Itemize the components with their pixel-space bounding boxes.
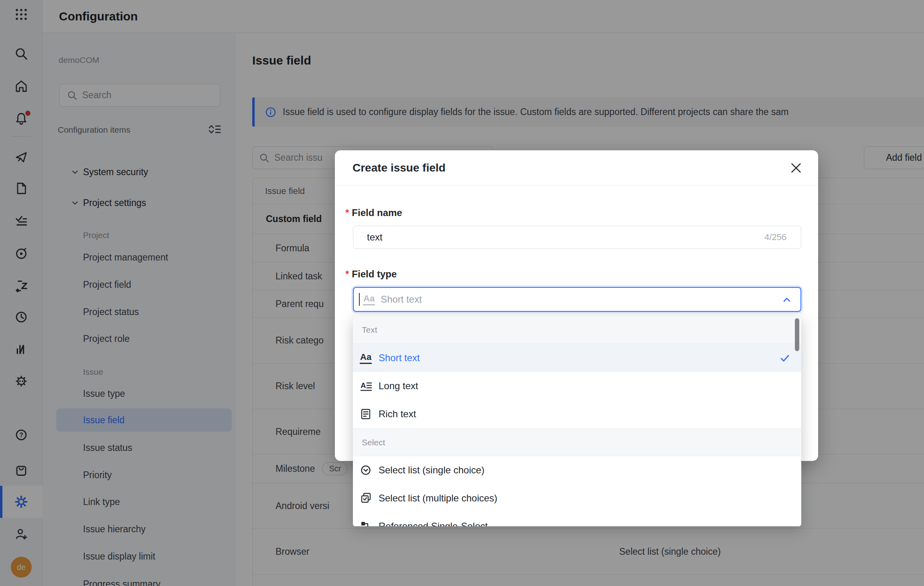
option-long-text[interactable]: A Long text (353, 372, 801, 400)
short-text-icon: Aa (363, 293, 375, 305)
check-icon (780, 353, 790, 364)
modal-header: Create issue field (335, 150, 818, 186)
dropdown-scrollbar-thumb[interactable] (795, 318, 799, 351)
dropdown-group-text: Text (353, 316, 801, 344)
char-counter: 4/256 (764, 232, 786, 242)
close-icon[interactable] (790, 162, 802, 174)
field-name-input-box[interactable]: 4/256 (353, 226, 801, 249)
chevron-up-icon[interactable] (782, 295, 792, 305)
field-type-select[interactable]: Aa Short text (353, 287, 801, 312)
single-select-icon (360, 464, 376, 476)
field-name-input[interactable] (367, 232, 720, 243)
option-short-text[interactable]: Aa Short text (353, 344, 801, 372)
long-text-icon: A (360, 380, 376, 392)
multi-select-icon (360, 492, 376, 505)
option-referenced-single-select[interactable]: Referenced Single-Select (353, 512, 801, 526)
dropdown-group-select: Select (353, 428, 801, 456)
required-asterisk: * (345, 269, 349, 279)
option-select-list-multiple[interactable]: Select list (multiple choices) (353, 484, 801, 512)
option-select-list-single[interactable]: Select list (single choice) (353, 456, 801, 484)
app-window: ? de Configuration demoCOM Configuration… (0, 0, 924, 586)
option-rich-text[interactable]: Rich text (353, 400, 801, 428)
text-cursor (359, 293, 360, 306)
modal-title: Create issue field (353, 150, 446, 186)
short-text-icon: Aa (360, 352, 376, 364)
referenced-select-icon (360, 520, 376, 526)
svg-text:A: A (361, 381, 366, 390)
required-asterisk: * (345, 207, 349, 218)
field-type-dropdown: Text Aa Short text A Long text Rich text… (353, 316, 801, 526)
field-type-label: *Field type (345, 268, 397, 281)
rich-text-icon (360, 408, 376, 420)
field-type-placeholder: Short text (381, 294, 422, 305)
field-name-label: *Field name (345, 206, 402, 219)
